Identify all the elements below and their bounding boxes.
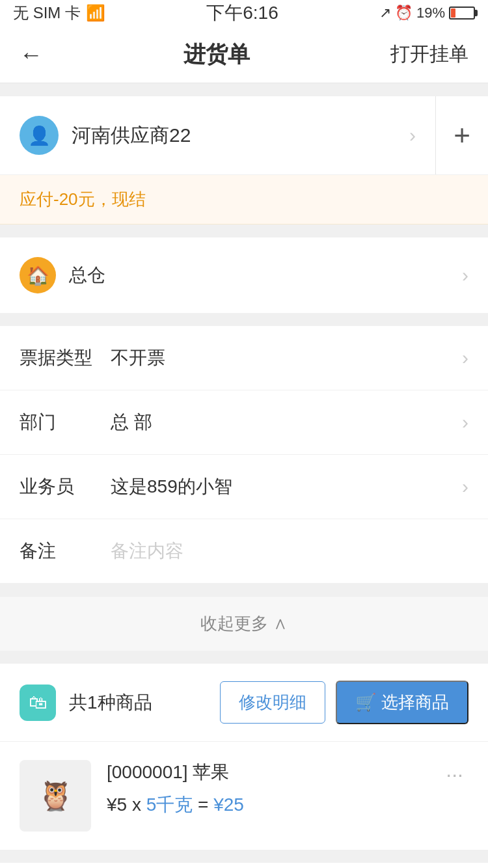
status-left: 无 SIM 卡 📶 bbox=[13, 3, 105, 23]
battery-icon bbox=[449, 7, 475, 20]
status-right: ↗ ⏰ 19% bbox=[379, 5, 475, 21]
notice-text: 应付-20元，现结 bbox=[20, 189, 146, 209]
open-hang-button[interactable]: 打开挂单 bbox=[390, 41, 468, 68]
salesman-label: 业务员 bbox=[20, 474, 111, 499]
chevron-right-icon: › bbox=[462, 347, 468, 369]
total-value: ¥25 bbox=[213, 794, 244, 815]
chevron-right-icon: › bbox=[409, 124, 416, 146]
product-bag-icon: 🛍 bbox=[20, 685, 56, 721]
page-title: 进货单 bbox=[183, 40, 250, 70]
product-more-button[interactable]: ··· bbox=[441, 760, 468, 789]
product-section: 🛍 共1种商品 修改明细 🛒 选择商品 🦉 [0000001] 苹果 ¥5 x bbox=[0, 664, 488, 850]
collapse-button[interactable]: 收起更多 ∧ bbox=[0, 596, 488, 651]
remark-input[interactable]: 备注内容 bbox=[111, 539, 468, 563]
department-label: 部门 bbox=[20, 410, 111, 435]
select-product-label: 选择商品 bbox=[381, 691, 449, 714]
product-thumb-icon: 🦉 bbox=[38, 779, 74, 813]
footer: 合计： ¥ 25 共1种 挂单 结算 bbox=[0, 863, 488, 868]
warehouse-name: 总仓 bbox=[69, 263, 462, 288]
edit-detail-button[interactable]: 修改明细 bbox=[220, 681, 325, 724]
quantity-value: 5千克 bbox=[146, 794, 193, 815]
content-area: 👤 河南供应商22 › + 应付-20元，现结 🏠 总仓 › 票据类型 不开票 … bbox=[0, 96, 488, 868]
product-code: [0000001] bbox=[107, 762, 188, 782]
warehouse-icon: 🏠 bbox=[20, 257, 56, 293]
notice-banner: 应付-20元，现结 bbox=[0, 175, 488, 224]
price-x: x bbox=[132, 794, 146, 815]
form-section: 票据类型 不开票 › 部门 总 部 › 业务员 这是859的小智 › 备注 备注… bbox=[0, 326, 488, 583]
salesman-value: 这是859的小智 bbox=[111, 474, 462, 499]
remark-label: 备注 bbox=[20, 539, 111, 563]
invoice-row[interactable]: 票据类型 不开票 › bbox=[0, 326, 488, 390]
invoice-value: 不开票 bbox=[111, 346, 462, 370]
footer-total: 合计： ¥ 25 共1种 bbox=[0, 863, 254, 868]
department-row[interactable]: 部门 总 部 › bbox=[0, 390, 488, 455]
salesman-row[interactable]: 业务员 这是859的小智 › bbox=[0, 455, 488, 519]
product-thumbnail: 🦉 bbox=[20, 760, 91, 832]
product-price: ¥5 x 5千克 = ¥25 bbox=[107, 793, 441, 817]
supplier-section: 👤 河南供应商22 › + bbox=[0, 96, 488, 175]
product-title: 苹果 bbox=[193, 762, 229, 782]
price-equals: = bbox=[198, 794, 213, 815]
warehouse-row[interactable]: 🏠 总仓 › bbox=[0, 237, 488, 313]
cart-icon: 🛒 bbox=[355, 692, 376, 712]
select-product-button[interactable]: 🛒 选择商品 bbox=[336, 681, 468, 724]
supplier-avatar: 👤 bbox=[20, 116, 59, 155]
chevron-right-icon: › bbox=[462, 411, 468, 433]
wifi-icon: 📶 bbox=[86, 4, 105, 22]
location-icon: ↗ bbox=[379, 5, 391, 21]
back-button[interactable]: ← bbox=[20, 41, 43, 68]
supplier-selector[interactable]: 👤 河南供应商22 › bbox=[0, 96, 436, 174]
nav-bar: ← 进货单 打开挂单 bbox=[0, 26, 488, 83]
chevron-right-icon: › bbox=[462, 476, 468, 498]
add-supplier-button[interactable]: + bbox=[436, 96, 488, 174]
alarm-icon: ⏰ bbox=[395, 5, 413, 21]
price-value: ¥5 bbox=[107, 794, 127, 815]
invoice-label: 票据类型 bbox=[20, 346, 111, 370]
supplier-name: 河南供应商22 bbox=[72, 122, 409, 149]
avatar-icon: 👤 bbox=[28, 125, 51, 146]
chevron-right-icon: › bbox=[462, 264, 468, 286]
product-name: [0000001] 苹果 bbox=[107, 760, 441, 785]
product-count: 共1种商品 bbox=[69, 690, 220, 715]
battery-text: 19% bbox=[416, 5, 445, 21]
carrier-text: 无 SIM 卡 bbox=[13, 3, 81, 23]
department-value: 总 部 bbox=[111, 410, 462, 435]
product-info: [0000001] 苹果 ¥5 x 5千克 = ¥25 bbox=[107, 760, 441, 817]
status-bar: 无 SIM 卡 📶 下午6:16 ↗ ⏰ 19% bbox=[0, 0, 488, 26]
product-item: 🦉 [0000001] 苹果 ¥5 x 5千克 = ¥25 ··· bbox=[0, 742, 488, 850]
product-header: 🛍 共1种商品 修改明细 🛒 选择商品 bbox=[0, 664, 488, 742]
remark-row[interactable]: 备注 备注内容 bbox=[0, 519, 488, 583]
status-time: 下午6:16 bbox=[206, 1, 278, 25]
warehouse-section: 🏠 总仓 › bbox=[0, 237, 488, 313]
